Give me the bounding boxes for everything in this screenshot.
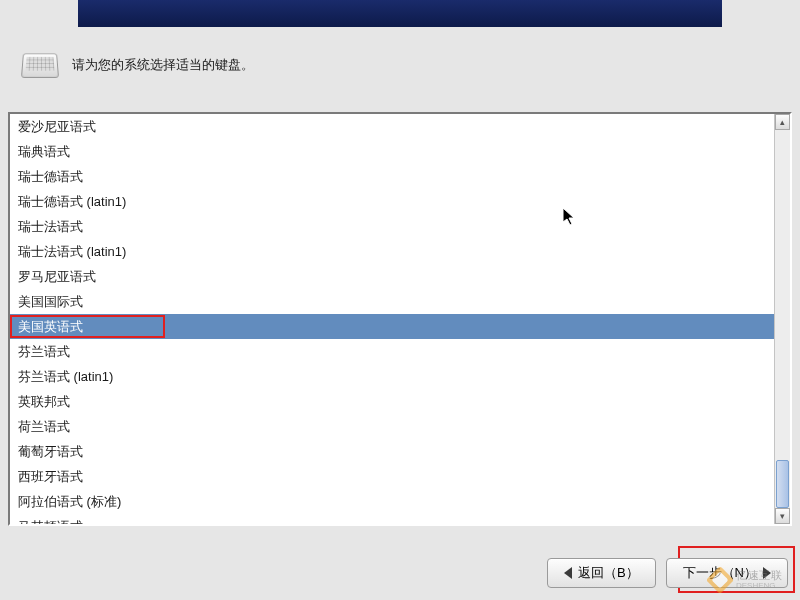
- list-item[interactable]: 芬兰语式 (latin1): [10, 364, 774, 389]
- list-item[interactable]: 阿拉伯语式 (标准): [10, 489, 774, 514]
- list-item[interactable]: 美国英语式: [10, 314, 774, 339]
- back-button-label: 返回（B）: [578, 564, 639, 582]
- list-item[interactable]: 瑞士法语式: [10, 214, 774, 239]
- scroll-track[interactable]: [775, 130, 790, 508]
- list-item[interactable]: 瑞士德语式 (latin1): [10, 189, 774, 214]
- list-item[interactable]: 芬兰语式: [10, 339, 774, 364]
- arrow-left-icon: [564, 567, 572, 579]
- list-item[interactable]: 西班牙语式: [10, 464, 774, 489]
- next-button[interactable]: 下一步（N）: [666, 558, 788, 588]
- scroll-down-button[interactable]: ▾: [775, 508, 790, 524]
- keyboard-layout-listbox[interactable]: 爱沙尼亚语式瑞典语式瑞士德语式瑞士德语式 (latin1)瑞士法语式瑞士法语式 …: [8, 112, 792, 526]
- list-item[interactable]: 瑞士德语式: [10, 164, 774, 189]
- arrow-right-icon: [763, 567, 771, 579]
- list-item[interactable]: 罗马尼亚语式: [10, 264, 774, 289]
- list-item[interactable]: 葡萄牙语式: [10, 439, 774, 464]
- next-button-label: 下一步（N）: [683, 564, 757, 582]
- list-item[interactable]: 瑞典语式: [10, 139, 774, 164]
- instruction-row: 请为您的系统选择适当的键盘。: [22, 52, 254, 78]
- back-button[interactable]: 返回（B）: [547, 558, 656, 588]
- list-item[interactable]: 英联邦式: [10, 389, 774, 414]
- scroll-up-button[interactable]: ▴: [775, 114, 790, 130]
- keyboard-icon: [21, 53, 59, 78]
- button-bar: 返回（B） 下一步（N）: [0, 554, 800, 592]
- instruction-text: 请为您的系统选择适当的键盘。: [72, 56, 254, 74]
- list-item[interactable]: 瑞士法语式 (latin1): [10, 239, 774, 264]
- list-item[interactable]: 美国国际式: [10, 289, 774, 314]
- installer-banner: [78, 0, 722, 27]
- scrollbar[interactable]: ▴ ▾: [774, 114, 790, 524]
- list-item[interactable]: 马其顿语式: [10, 514, 774, 524]
- scroll-thumb[interactable]: [776, 460, 789, 508]
- list-item[interactable]: 爱沙尼亚语式: [10, 114, 774, 139]
- list-item[interactable]: 荷兰语式: [10, 414, 774, 439]
